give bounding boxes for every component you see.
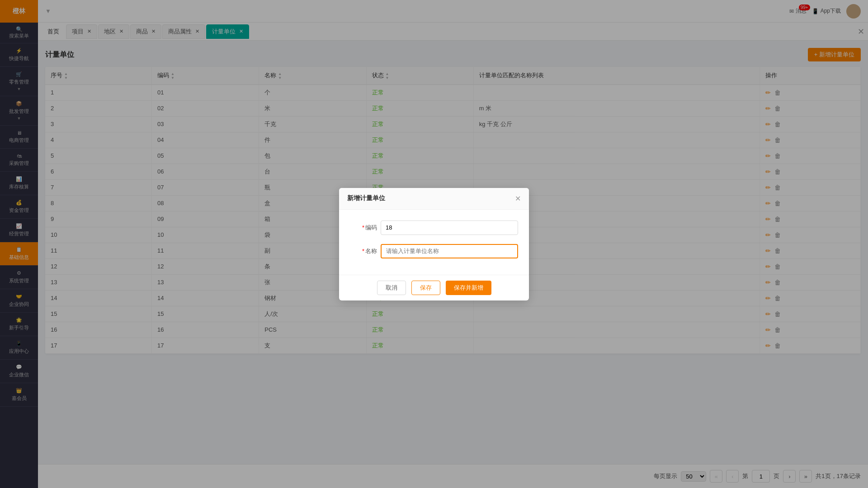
add-unit-modal: 新增计量单位 ✕ *编码 *名称 取消 保存 保存并新增: [339, 188, 529, 300]
modal-title: 新增计量单位: [347, 194, 385, 202]
modal-body: *编码 *名称: [339, 210, 529, 275]
modal-header: 新增计量单位 ✕: [339, 188, 529, 210]
save-and-new-button[interactable]: 保存并新增: [446, 281, 491, 295]
code-form-row: *编码: [350, 221, 518, 235]
name-input[interactable]: [381, 244, 518, 258]
save-button[interactable]: 保存: [411, 281, 440, 295]
cancel-button[interactable]: 取消: [377, 281, 406, 295]
required-star: *: [362, 224, 364, 231]
required-star-2: *: [362, 248, 364, 254]
code-input[interactable]: [381, 221, 518, 235]
modal-overlay: 新增计量单位 ✕ *编码 *名称 取消 保存 保存并新增: [0, 0, 868, 488]
code-label: *编码: [350, 224, 377, 232]
modal-footer: 取消 保存 保存并新增: [339, 275, 529, 300]
modal-close-button[interactable]: ✕: [515, 194, 521, 203]
name-label: *名称: [350, 247, 377, 255]
name-form-row: *名称: [350, 244, 518, 258]
